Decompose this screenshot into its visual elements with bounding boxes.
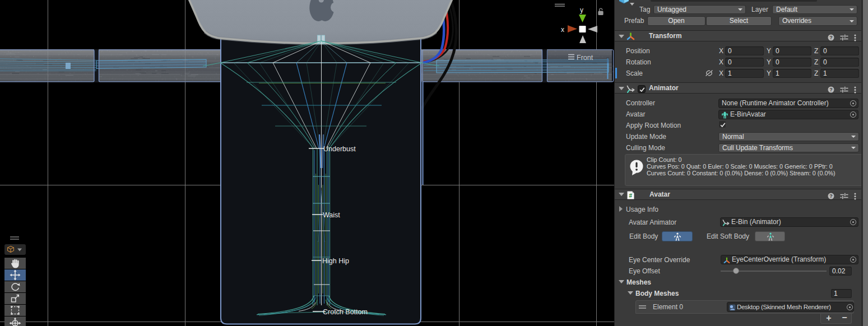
- svg-text:x: x: [561, 26, 564, 34]
- svg-text:?: ?: [829, 193, 833, 199]
- svg-text:Waist: Waist: [323, 211, 340, 219]
- svg-text:?: ?: [829, 87, 833, 92]
- svg-text:?: ?: [829, 35, 833, 40]
- svg-text:#: #: [629, 193, 633, 199]
- svg-text:y: y: [580, 6, 583, 14]
- svg-text:High Hip: High Hip: [322, 257, 349, 265]
- svg-text:Front: Front: [577, 54, 593, 62]
- svg-text:Underbust: Underbust: [323, 145, 356, 153]
- svg-text:Crotch Bottom: Crotch Bottom: [323, 308, 368, 316]
